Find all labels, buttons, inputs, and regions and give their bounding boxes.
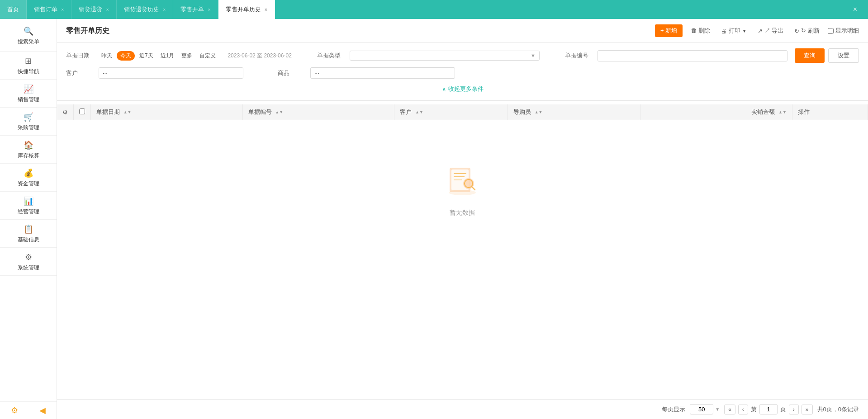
doc-no-sort-icon[interactable]: ▲▼ bbox=[275, 110, 283, 114]
quick-nav-icon: ⊞ bbox=[25, 56, 32, 66]
date-btn-1month[interactable]: 近1月 bbox=[158, 51, 177, 61]
sidebar-item-sales-mgmt[interactable]: 📈 销售管理 bbox=[0, 80, 57, 108]
page-nav: « ‹ 第 1 页 › » bbox=[724, 404, 812, 414]
empty-illustration bbox=[440, 156, 485, 202]
tab-retail-open-history-label: 零售开单历史 bbox=[226, 5, 261, 14]
page-label: 第 bbox=[751, 405, 757, 414]
sidebar-bottom: ⚙ ◀ bbox=[0, 401, 57, 419]
show-detail-checkbox[interactable] bbox=[828, 28, 834, 34]
date-btn-today[interactable]: 今天 bbox=[117, 51, 135, 61]
prev-page-btn[interactable]: ‹ bbox=[738, 405, 748, 414]
sidebar-item-inventory[interactable]: 🏠 库存核算 bbox=[0, 136, 57, 164]
tab-retail-open-history[interactable]: 零售开单历史 × bbox=[218, 0, 275, 19]
customer-sort-icon[interactable]: ▲▼ bbox=[415, 110, 423, 114]
tab-sales-return-history-close[interactable]: × bbox=[163, 7, 166, 12]
refresh-button[interactable]: ↻ ↻ 刷新 bbox=[792, 25, 822, 37]
tab-list: 首页 销售订单 × 销货退货 × 销货退货历史 × 零售开单 × 零售开单历史 … bbox=[0, 0, 849, 19]
doc-date-sort-icon[interactable]: ▲▼ bbox=[123, 110, 132, 114]
tab-sales-return-label: 销货退货 bbox=[79, 5, 102, 14]
page-word: 页 bbox=[780, 405, 786, 414]
last-page-btn[interactable]: » bbox=[802, 405, 813, 414]
th-doc-no[interactable]: 单据编号 ▲▼ bbox=[242, 104, 394, 120]
tab-sales-return[interactable]: 销货退货 × bbox=[71, 0, 116, 19]
th-settings[interactable]: ⚙ bbox=[57, 104, 74, 120]
tab-home[interactable]: 首页 bbox=[0, 0, 27, 19]
page-size-select[interactable]: 50 ▼ bbox=[690, 404, 720, 414]
settings-icon[interactable]: ⚙ bbox=[62, 109, 68, 116]
system-mgmt-icon: ⚙ bbox=[25, 252, 32, 262]
doc-type-select[interactable]: ▼ bbox=[350, 51, 540, 61]
date-btn-7days[interactable]: 近7天 bbox=[137, 51, 156, 61]
sidebar-search[interactable]: 🔍 搜索采单 bbox=[0, 23, 57, 52]
tab-retail-open[interactable]: 零售开单 × bbox=[173, 0, 218, 19]
doc-no-input[interactable] bbox=[598, 50, 787, 61]
inventory-icon: 🏠 bbox=[24, 140, 33, 150]
next-page-btn[interactable]: › bbox=[789, 405, 799, 414]
sidebar-item-finance[interactable]: 💰 资金管理 bbox=[0, 164, 57, 192]
customer-filter-label: 客户 bbox=[66, 69, 91, 77]
window-close-btn[interactable]: × bbox=[849, 5, 861, 14]
export-label: ↗ 导出 bbox=[764, 27, 784, 35]
sidebar-collapse-btn[interactable]: ◀ bbox=[39, 405, 46, 415]
first-page-btn[interactable]: « bbox=[724, 405, 735, 414]
svg-line-8 bbox=[472, 187, 475, 190]
main-layout: 🔍 搜索采单 ⊞ 快捷导航 📈 销售管理 🛒 采购管理 🏠 库存核算 💰 资金管… bbox=[0, 19, 868, 419]
page-size-dropdown-icon[interactable]: ▼ bbox=[715, 407, 720, 412]
sidebar-settings-btn[interactable]: ⚙ bbox=[11, 405, 18, 415]
date-btn-custom[interactable]: 自定义 bbox=[197, 51, 218, 61]
sidebar-item-inventory-label: 库存核算 bbox=[18, 152, 39, 160]
sidebar-item-basic-info[interactable]: 📋 基础信息 bbox=[0, 220, 57, 248]
filter-row-2: 客户 ··· 商品 ··· bbox=[66, 67, 859, 79]
tab-retail-open-label: 零售开单 bbox=[180, 5, 204, 14]
sidebar-item-purchase-mgmt-label: 采购管理 bbox=[18, 124, 39, 132]
refresh-label: ↻ 刷新 bbox=[801, 27, 820, 35]
sales-mgmt-icon: 📈 bbox=[24, 84, 33, 94]
sidebar-item-quick-nav[interactable]: ⊞ 快捷导航 bbox=[0, 52, 57, 80]
date-btn-more[interactable]: 更多 bbox=[179, 51, 195, 61]
show-detail-text: 显示明细 bbox=[835, 27, 859, 35]
collapse-row: ∧ 收起更多条件 bbox=[66, 83, 859, 95]
collapse-button[interactable]: ∧ 收起更多条件 bbox=[436, 83, 489, 95]
print-arrow-icon: ▼ bbox=[742, 28, 747, 33]
th-customer-label: 客户 bbox=[400, 108, 412, 115]
page-size-input[interactable]: 50 bbox=[690, 404, 713, 414]
date-filter-label: 单据日期 bbox=[66, 52, 91, 60]
th-customer[interactable]: 客户 ▲▼ bbox=[394, 104, 508, 120]
th-salesperson-label: 导购员 bbox=[513, 108, 531, 115]
sidebar-item-purchase-mgmt[interactable]: 🛒 采购管理 bbox=[0, 108, 57, 136]
current-page-input[interactable]: 1 bbox=[759, 404, 778, 414]
doc-type-arrow-icon: ▼ bbox=[531, 53, 536, 58]
salesperson-sort-icon[interactable]: ▲▼ bbox=[535, 110, 543, 114]
query-button[interactable]: 查询 bbox=[795, 48, 825, 63]
th-checkbox[interactable] bbox=[74, 104, 91, 120]
delete-button[interactable]: 🗑 删除 bbox=[688, 25, 713, 37]
sidebar-item-operations-label: 经营管理 bbox=[18, 208, 39, 216]
pagination-bar: 每页显示 50 ▼ « ‹ 第 1 页 › » 共0页，0条记录 bbox=[57, 399, 868, 419]
filter-settings-button[interactable]: 设置 bbox=[828, 48, 859, 63]
table-wrapper: ⚙ 单据日期 ▲▼ 单据编号 ▲▼ bbox=[57, 104, 868, 399]
goods-input[interactable]: ··· bbox=[310, 67, 455, 79]
actual-amount-sort-icon[interactable]: ▲▼ bbox=[778, 110, 787, 114]
date-btn-yesterday[interactable]: 昨天 bbox=[99, 51, 115, 61]
topbar-right: × bbox=[849, 5, 868, 14]
th-doc-no-label: 单据编号 bbox=[248, 108, 272, 115]
export-button[interactable]: ↗ ↗ 导出 bbox=[755, 25, 787, 37]
sidebar-item-operations[interactable]: 📊 经营管理 bbox=[0, 192, 57, 220]
customer-input[interactable]: ··· bbox=[99, 67, 243, 79]
tab-sales-return-history[interactable]: 销货退货历史 × bbox=[117, 0, 173, 19]
tab-sales-return-close[interactable]: × bbox=[106, 7, 109, 12]
add-button[interactable]: + 新增 bbox=[655, 24, 683, 37]
page-size-label: 每页显示 bbox=[662, 405, 685, 414]
print-button[interactable]: 🖨 打印 ▼ bbox=[718, 25, 749, 37]
sidebar-item-system-mgmt-label: 系统管理 bbox=[18, 264, 39, 272]
tab-sales-order[interactable]: 销售订单 × bbox=[27, 0, 71, 19]
goods-filter-label: 商品 bbox=[278, 69, 303, 77]
sidebar-item-system-mgmt[interactable]: ⚙ 系统管理 bbox=[0, 248, 57, 276]
th-doc-date[interactable]: 单据日期 ▲▼ bbox=[91, 104, 243, 120]
tab-retail-open-close[interactable]: × bbox=[208, 7, 210, 12]
th-salesperson[interactable]: 导购员 ▲▼ bbox=[508, 104, 640, 120]
select-all-checkbox[interactable] bbox=[79, 108, 85, 114]
tab-sales-order-close[interactable]: × bbox=[61, 7, 64, 12]
th-actual-amount[interactable]: 实销金额 ▲▼ bbox=[640, 104, 792, 120]
tab-retail-open-history-close[interactable]: × bbox=[265, 7, 267, 12]
